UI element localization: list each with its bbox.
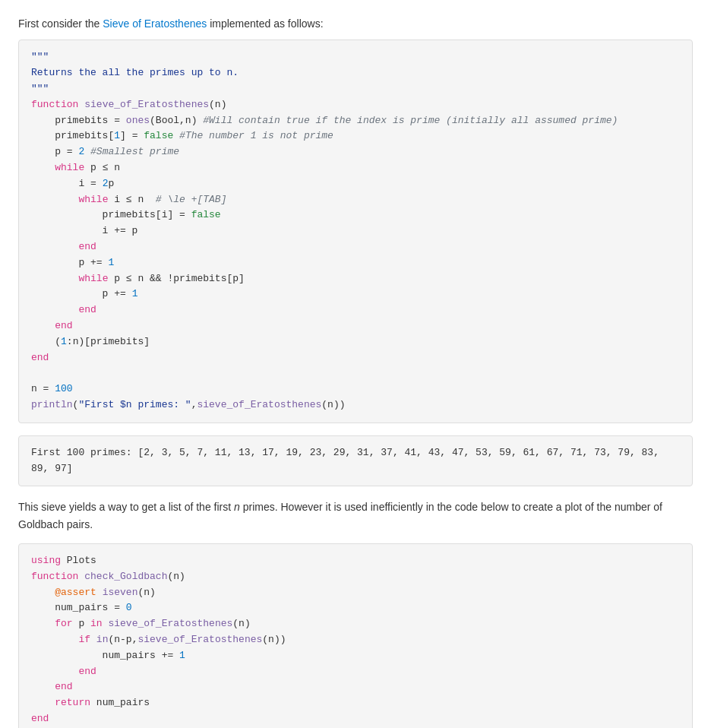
output-line1: First 100 primes: [2, 3, 5, 7, 11, 13, 1… [31, 447, 469, 458]
goldbach-code-block: using Plots function check_Goldbach(n) @… [18, 543, 693, 728]
n-variable: n [234, 501, 240, 513]
intro-text-after: implemented as follows: [207, 17, 323, 30]
desc-text-1: This sieve yields a way to get a list of… [18, 501, 234, 513]
sieve-link[interactable]: Sieve of Eratosthenes [103, 17, 207, 30]
intro-paragraph: First consider the Sieve of Eratosthenes… [18, 15, 693, 32]
description-paragraph: This sieve yields a way to get a list of… [18, 499, 693, 533]
intro-text-before: First consider the [18, 17, 103, 30]
output-block: First 100 primes: [2, 3, 5, 7, 11, 13, 1… [18, 435, 693, 487]
sieve-code-block: """ Returns the all the primes up to n. … [18, 40, 693, 423]
